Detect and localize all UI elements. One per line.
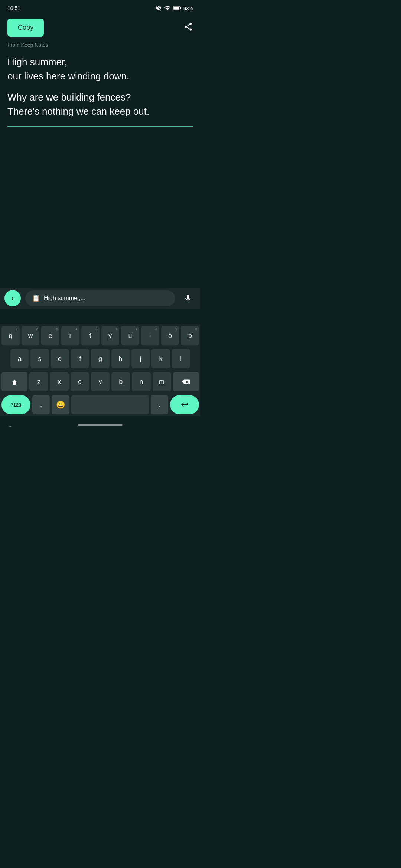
comma-key[interactable]: ,	[32, 395, 50, 414]
svg-rect-2	[173, 7, 179, 10]
expand-button[interactable]: ›	[4, 290, 21, 306]
shift-key[interactable]	[1, 372, 27, 391]
key-j[interactable]: j	[131, 349, 150, 368]
status-icons: 93%	[155, 5, 193, 11]
emoji-key[interactable]: 😀	[52, 395, 69, 414]
key-f[interactable]: f	[71, 349, 89, 368]
num-sym-key[interactable]: ?123	[1, 395, 30, 414]
key-s[interactable]: s	[30, 349, 49, 368]
keyboard-row-4: ?123 , 😀 .	[0, 393, 200, 416]
key-v[interactable]: v	[91, 372, 110, 391]
share-icon[interactable]	[183, 22, 193, 34]
key-u[interactable]: 7u	[121, 326, 139, 345]
bottom-bar: ⌄	[0, 416, 200, 434]
key-c[interactable]: c	[71, 372, 89, 391]
key-g[interactable]: g	[91, 349, 109, 368]
keyboard-row-2: a s d f g h j k l	[0, 347, 200, 370]
key-o[interactable]: 9o	[161, 326, 179, 345]
suggestion-bar: › 📋 High summer,...	[0, 288, 200, 309]
key-m[interactable]: m	[153, 372, 171, 391]
clipboard-pill[interactable]: 📋 High summer,...	[25, 290, 175, 306]
microphone-button[interactable]	[180, 290, 196, 306]
source-label: From Keep Notes	[0, 40, 200, 52]
svg-rect-1	[180, 7, 181, 9]
key-z[interactable]: z	[29, 372, 48, 391]
keyboard: 1q 2w 3e 4r 5t 6y 7u 8i 9o 0p a s d f g …	[0, 324, 200, 416]
key-e[interactable]: 3e	[41, 326, 59, 345]
period-key[interactable]: .	[151, 395, 169, 414]
key-n[interactable]: n	[132, 372, 150, 391]
poem-text: High summer, our lives here winding down…	[7, 55, 193, 119]
action-bar: Copy	[0, 15, 200, 40]
key-x[interactable]: x	[50, 372, 68, 391]
poem-stanza-2: Why are we building fences? There's noth…	[7, 91, 193, 118]
key-l[interactable]: l	[172, 349, 190, 368]
battery-icon	[173, 6, 181, 11]
key-i[interactable]: 8i	[141, 326, 159, 345]
delete-key[interactable]	[173, 372, 199, 391]
divider	[7, 126, 193, 127]
enter-key[interactable]	[170, 395, 199, 414]
space-key[interactable]	[71, 395, 149, 414]
battery-percentage: 93%	[183, 6, 193, 11]
chevron-down-icon[interactable]: ⌄	[7, 422, 12, 429]
key-t[interactable]: 5t	[81, 326, 100, 345]
key-b[interactable]: b	[111, 372, 130, 391]
key-p[interactable]: 0p	[181, 326, 199, 345]
key-k[interactable]: k	[151, 349, 170, 368]
key-q[interactable]: 1q	[1, 326, 20, 345]
key-r[interactable]: 4r	[61, 326, 79, 345]
key-w[interactable]: 2w	[22, 326, 40, 345]
copy-button[interactable]: Copy	[7, 19, 44, 37]
clipboard-icon: 📋	[32, 294, 40, 302]
key-d[interactable]: d	[51, 349, 69, 368]
key-h[interactable]: h	[111, 349, 130, 368]
keyboard-row-3: z x c v b n m	[0, 370, 200, 393]
key-y[interactable]: 6y	[101, 326, 120, 345]
main-content: High summer, our lives here winding down…	[0, 52, 200, 134]
poem-stanza-1: High summer, our lives here winding down…	[7, 55, 193, 83]
mute-icon	[155, 5, 162, 11]
home-indicator	[78, 424, 123, 426]
clipboard-preview: High summer,...	[44, 295, 85, 302]
status-time: 10:51	[7, 5, 20, 11]
keyboard-row-1: 1q 2w 3e 4r 5t 6y 7u 8i 9o 0p	[0, 324, 200, 347]
status-bar: 10:51 93%	[0, 0, 200, 15]
wifi-icon	[164, 5, 171, 11]
key-a[interactable]: a	[10, 349, 29, 368]
